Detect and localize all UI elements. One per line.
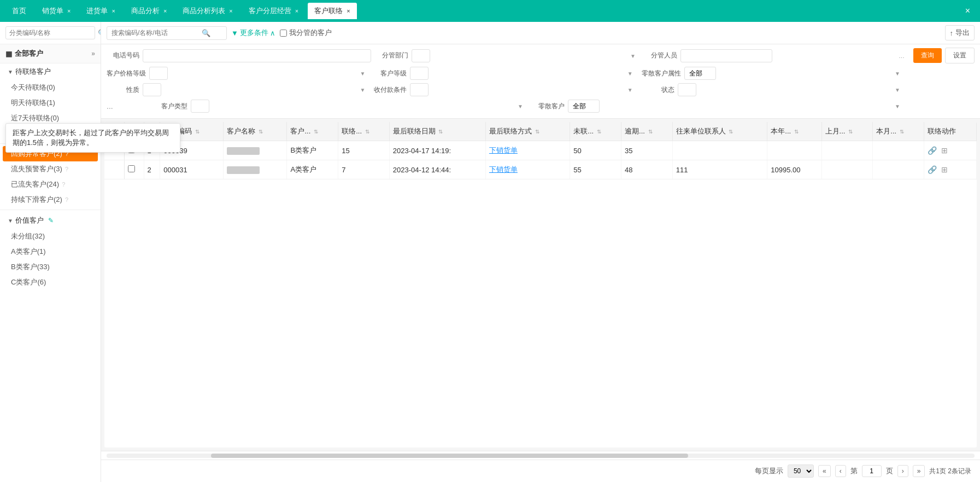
gender-select[interactable] bbox=[143, 83, 161, 96]
sort-level-icon: ⇅ bbox=[314, 129, 318, 135]
tab-sales-order[interactable]: 销货单 × bbox=[36, 3, 77, 19]
retail-attr-select[interactable]: 全部 bbox=[684, 67, 716, 80]
my-customers-checkbox-area[interactable]: 我分管的客户 bbox=[280, 28, 332, 38]
cell-action-1: 🔗 ⊞ bbox=[924, 141, 976, 160]
sidebar-group-waiting-contact[interactable]: ▼ 待联络客户 bbox=[0, 63, 101, 80]
method-link-2[interactable]: 下销货单 bbox=[489, 165, 518, 173]
horizontal-scrollbar[interactable] bbox=[101, 451, 980, 460]
method-link-1[interactable]: 下销货单 bbox=[489, 146, 518, 154]
cell-method-2[interactable]: 下销货单 bbox=[485, 160, 570, 179]
tab-customer-tier[interactable]: 客户分层经营 × bbox=[242, 3, 305, 19]
export-button[interactable]: ↑ 导出 bbox=[945, 25, 975, 40]
contact-icon-1[interactable]: 🔗 bbox=[928, 146, 937, 155]
col-company-contact[interactable]: 往来单位联系人 ⇅ bbox=[672, 122, 767, 141]
more-action-icon-1[interactable]: ⊞ bbox=[941, 146, 948, 155]
price-level-select[interactable] bbox=[149, 67, 168, 80]
per-page-select[interactable]: 50 bbox=[788, 464, 814, 478]
page-input[interactable] bbox=[862, 465, 882, 477]
col-last-contact-date[interactable]: 最后联络日期 ⇅ bbox=[389, 122, 485, 141]
sidebar-item-churned[interactable]: 已流失客户(24) ? bbox=[0, 177, 101, 192]
my-customers-checkbox[interactable] bbox=[280, 30, 287, 37]
search-input[interactable] bbox=[112, 29, 199, 37]
sidebar-search-input[interactable] bbox=[5, 26, 95, 39]
more-conditions-button[interactable]: ▼ 更多条件 ∧ bbox=[231, 28, 275, 38]
search-icon[interactable]: 🔍 bbox=[202, 29, 210, 37]
payment-wrapper: ▼ bbox=[410, 83, 637, 96]
window-close-button[interactable]: × bbox=[961, 4, 975, 18]
sidebar-item-churn-warning[interactable]: 流失预警客户(3) ? bbox=[0, 161, 101, 177]
col-last-contact-method[interactable]: 最后联络方式 ⇅ bbox=[485, 122, 570, 141]
table-body: 1 000039 B类客户 15 2023-04-17 14:19: 下销货单 … bbox=[104, 141, 977, 179]
col-contact[interactable]: 联络... ⇅ bbox=[338, 122, 390, 141]
retail-customer-select[interactable]: 全部 bbox=[568, 100, 600, 113]
cell-method-1[interactable]: 下销货单 bbox=[485, 141, 570, 160]
col-this-month[interactable]: 本月... ⇅ bbox=[873, 122, 924, 141]
close-tab-purchase-order[interactable]: × bbox=[112, 8, 115, 14]
sidebar-item-a-class[interactable]: A类客户(1) bbox=[0, 244, 101, 259]
status-select[interactable] bbox=[678, 83, 696, 96]
content-area: 🔍 ▼ 更多条件 ∧ 我分管的客户 ↑ 导出 电话号码 bbox=[101, 22, 980, 482]
sidebar-item-tomorrow[interactable]: 明天待联络(1) bbox=[0, 95, 101, 111]
main-layout: 🔍 ▦ 全部客户 » ▼ 待联络客户 今天待联络(0) 明天待联络(1) 近7天… bbox=[0, 22, 980, 482]
sort-code-icon: ⇅ bbox=[195, 129, 199, 135]
tab-home[interactable]: 首页 bbox=[5, 3, 33, 19]
col-level[interactable]: 客户... ⇅ bbox=[287, 122, 338, 141]
sort-name-icon: ⇅ bbox=[259, 129, 263, 135]
query-button[interactable]: 查询 bbox=[913, 48, 942, 63]
person-input[interactable] bbox=[680, 49, 772, 62]
retail-attr-chevron: ▼ bbox=[895, 71, 900, 77]
contact-icon-2[interactable]: 🔗 bbox=[928, 165, 937, 174]
customer-type-wrapper: ▼ bbox=[191, 100, 527, 113]
more-dots-button[interactable]: ... bbox=[107, 102, 113, 111]
help-icon-1[interactable]: ? bbox=[65, 166, 68, 172]
cell-contact-1: 15 bbox=[338, 141, 390, 160]
close-tab-sales-order[interactable]: × bbox=[67, 8, 71, 14]
sidebar-item-ungrouped[interactable]: 未分组(32) bbox=[0, 229, 101, 244]
sidebar-item-c-class[interactable]: C类客户(6) bbox=[0, 275, 101, 290]
tab-purchase-order[interactable]: 进货单 × bbox=[80, 3, 121, 19]
tab-product-list[interactable]: 商品分析列表 × bbox=[176, 3, 239, 19]
help-icon-3[interactable]: ? bbox=[65, 196, 68, 203]
close-tab-product-analysis[interactable]: × bbox=[163, 8, 167, 14]
col-overdue[interactable]: 逾期... ⇅ bbox=[621, 122, 673, 141]
search-box: 🔍 bbox=[107, 26, 227, 40]
sidebar-item-b-class[interactable]: B类客户(33) bbox=[0, 259, 101, 275]
close-tab-customer-tier[interactable]: × bbox=[295, 8, 298, 14]
customer-level-select[interactable] bbox=[410, 67, 429, 80]
cell-this-month-2 bbox=[873, 160, 924, 179]
next-page-button[interactable]: › bbox=[897, 465, 908, 477]
close-tab-product-list[interactable]: × bbox=[229, 8, 232, 14]
more-action-icon-2[interactable]: ⊞ bbox=[941, 165, 948, 174]
help-icon-2[interactable]: ? bbox=[62, 181, 65, 188]
tab-product-analysis[interactable]: 商品分析 × bbox=[125, 3, 173, 19]
sidebar-collapse-button[interactable]: » bbox=[91, 50, 95, 57]
settings-button[interactable]: 设置 bbox=[945, 48, 975, 63]
close-tab-customer-contact[interactable]: × bbox=[347, 8, 350, 14]
phone-input[interactable] bbox=[143, 49, 371, 62]
col-this-year[interactable]: 本年... ⇅ bbox=[767, 122, 821, 141]
sort-not-contact-icon: ⇅ bbox=[597, 129, 601, 135]
filter-row-3: 性质 ▼ 收付款条件 ▼ 状态 bbox=[107, 83, 975, 96]
sort-overdue-icon: ⇅ bbox=[648, 129, 653, 135]
customer-type-select[interactable] bbox=[191, 100, 209, 113]
payment-select[interactable] bbox=[410, 83, 429, 96]
col-not-contact[interactable]: 未联... ⇅ bbox=[570, 122, 621, 141]
scroll-thumb[interactable] bbox=[211, 454, 688, 458]
last-page-button[interactable]: » bbox=[913, 465, 925, 477]
sidebar-item-declining[interactable]: 持续下滑客户(2) ? bbox=[0, 192, 101, 207]
first-page-button[interactable]: « bbox=[818, 465, 831, 477]
all-customers-section[interactable]: ▦ 全部客户 » bbox=[0, 44, 101, 63]
dept-select[interactable] bbox=[412, 49, 430, 62]
prev-page-button[interactable]: ‹ bbox=[835, 465, 846, 477]
row-checkbox-2[interactable] bbox=[128, 165, 135, 172]
sort-last-month-icon: ⇅ bbox=[848, 129, 853, 135]
col-last-month[interactable]: 上月... ⇅ bbox=[821, 122, 873, 141]
tab-customer-contact[interactable]: 客户联络 × bbox=[308, 3, 356, 19]
cell-last-month-1 bbox=[821, 141, 873, 160]
sidebar-group-value-customers[interactable]: ▼ 价值客户 ✎ bbox=[0, 212, 101, 229]
col-name[interactable]: 客户名称 ⇅ bbox=[224, 122, 287, 141]
edit-group-icon[interactable]: ✎ bbox=[48, 217, 54, 224]
scroll-track[interactable] bbox=[107, 454, 975, 458]
sidebar-item-today[interactable]: 今天待联络(0) bbox=[0, 80, 101, 95]
filter-dept: 分管部门 ▼ bbox=[375, 49, 640, 62]
